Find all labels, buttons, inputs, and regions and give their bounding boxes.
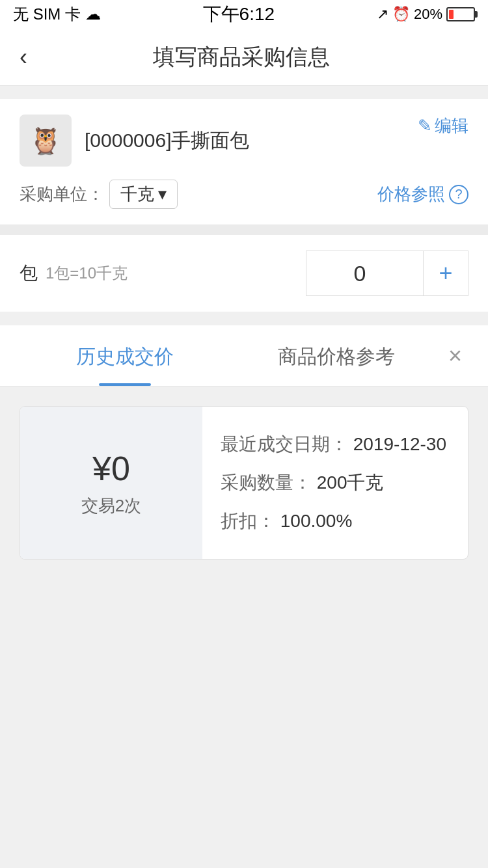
discount-row: 折扣： 100.00% [221,507,450,536]
battery-icon [446,7,475,21]
unit-label: 采购单位： 千克 ▾ [20,180,178,209]
history-detail-panel: 最近成交日期： 2019-12-30 采购数量： 200千克 折扣： 100.0… [202,407,468,559]
info-icon: ? [449,185,468,204]
status-right: ↗ ⏰ 20% [377,6,475,23]
history-price-panel: ¥0 交易2次 [20,407,202,559]
status-left: 无 SIM 卡 ☁ [13,4,101,25]
quantity-plus-button[interactable]: + [423,251,468,296]
purchase-qty-value: 200千克 [317,472,384,493]
battery-fill [449,10,454,19]
product-name: [0000006]手撕面包 [85,128,249,154]
edit-button[interactable]: ✎ 编辑 [418,115,468,137]
purchase-qty-row: 采购数量： 200千克 [221,468,450,498]
status-time: 下午6:12 [203,2,275,27]
tab-price-ref[interactable]: 商品价格参考 [230,325,441,386]
recent-date-value: 2019-12-30 [353,434,446,454]
history-card: ¥0 交易2次 最近成交日期： 2019-12-30 采购数量： 200千克 折… [20,406,468,560]
product-left: 🦉 [0000006]手撕面包 [20,115,249,167]
product-header: 🦉 [0000006]手撕面包 ✎ 编辑 [20,115,468,167]
product-image: 🦉 [20,115,72,167]
product-card: 🦉 [0000006]手撕面包 ✎ 编辑 采购单位： 千克 ▾ 价格参照 ? [0,99,488,224]
unit-badge: 包 [20,261,38,286]
unit-conversion: 1包=10千克 [46,263,128,284]
price-ref-label: 价格参照 [377,183,445,206]
unit-value: 千克 [120,183,154,206]
recent-date-row: 最近成交日期： 2019-12-30 [221,430,450,459]
tab-bar: 历史成交价 商品价格参考 × [0,325,488,387]
section-divider [0,224,488,235]
quantity-controls: + [306,251,468,296]
discount-label: 折扣： [221,511,275,531]
quantity-input[interactable] [306,251,423,296]
status-bar: 无 SIM 卡 ☁ 下午6:12 ↗ ⏰ 20% [0,0,488,29]
battery-percent: 20% [414,6,442,23]
location-icon: ↗ [377,6,388,23]
tab-close-button[interactable]: × [442,342,468,370]
edit-label: 编辑 [435,115,468,137]
nav-bar: ‹ 填写商品采购信息 [0,29,488,86]
recent-date-label: 最近成交日期： [221,434,348,454]
page-title: 填写商品采购信息 [14,42,468,72]
history-times: 交易2次 [81,495,141,517]
purchase-qty-label: 采购数量： [221,472,312,493]
price-ref-button[interactable]: 价格参照 ? [377,183,468,206]
quantity-unit-info: 包 1包=10千克 [20,261,128,286]
tab-history[interactable]: 历史成交价 [20,325,230,386]
discount-value: 100.00% [280,511,353,531]
history-price-value: ¥0 [92,449,130,488]
edit-icon: ✎ [418,116,432,136]
unit-select[interactable]: 千克 ▾ [109,180,178,209]
dropdown-icon: ▾ [158,184,167,204]
alarm-icon: ⏰ [392,6,410,23]
product-meta: 采购单位： 千克 ▾ 价格参照 ? [20,180,468,209]
product-logo-icon: 🦉 [26,121,65,160]
quantity-row: 包 1包=10千克 + [0,235,488,312]
sim-signal: 无 SIM 卡 ☁ [13,4,101,25]
